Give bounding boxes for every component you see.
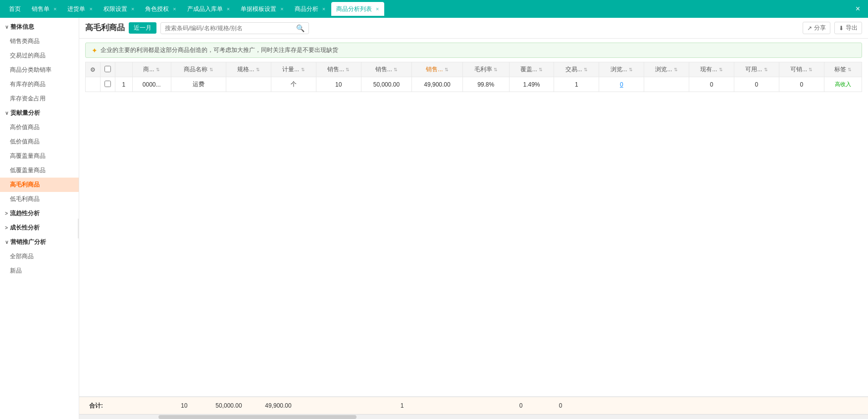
search-input[interactable] <box>165 25 296 32</box>
close-roles-tab[interactable]: × <box>173 6 176 12</box>
col-name[interactable]: 商品名称 ⇅ <box>171 62 226 77</box>
bottom-scrollbar[interactable] <box>79 414 868 419</box>
nav-tab-roles[interactable]: 角色授权 × <box>140 2 181 16</box>
sort-icon-unit[interactable]: ⇅ <box>301 67 305 72</box>
sidebar-item-high-coverage[interactable]: 高覆盖量商品 <box>0 149 79 163</box>
nav-tab-sales[interactable]: 销售单 × <box>27 2 61 16</box>
sort-icon-trade[interactable]: ⇅ <box>584 67 588 72</box>
sidebar-item-high-margin[interactable]: 高毛利商品 <box>0 178 79 192</box>
nav-tab-permissions[interactable]: 权限设置 × <box>99 2 139 16</box>
col-sales-cost[interactable]: 销售... ⇅ <box>412 62 463 77</box>
col-trade[interactable]: 交易... ⇅ <box>554 62 599 77</box>
sort-icon-browse2[interactable]: ⇅ <box>674 67 678 72</box>
col-unit[interactable]: 计量... ⇅ <box>271 62 316 77</box>
sidebar-item-low-coverage[interactable]: 低覆盖量商品 <box>0 163 79 178</box>
sidebar-item-all-goods[interactable]: 全部商品 <box>0 249 79 264</box>
col-sellable[interactable]: 可销... ⇅ <box>779 62 824 77</box>
col-sales-amount[interactable]: 销售... ⇅ <box>361 62 412 77</box>
nav-tab-analysis-list[interactable]: 商品分析列表 × <box>331 2 384 16</box>
content-header: 高毛利商品 近一月 🔍 ↗ 分享 ⬇ 导出 <box>79 18 868 39</box>
browse1-link[interactable]: 0 <box>620 81 623 88</box>
sort-icon-coverage[interactable]: ⇅ <box>539 67 543 72</box>
sort-icon-spec[interactable]: ⇅ <box>256 67 260 72</box>
sort-icon-current-stock[interactable]: ⇅ <box>719 67 723 72</box>
sort-icon-sellable[interactable]: ⇅ <box>809 67 813 72</box>
close-inbound-tab[interactable]: × <box>227 6 230 12</box>
col-tag[interactable]: 标签 ⇅ <box>824 62 862 77</box>
col-browse2[interactable]: 浏览... ⇅ <box>644 62 689 77</box>
sidebar-item-new-goods[interactable]: 新品 <box>0 264 79 278</box>
sidebar-group-trend[interactable]: > 流趋性分析 <box>0 206 79 221</box>
sidebar-item-category-rate[interactable]: 商品分类助销率 <box>0 63 79 77</box>
arrow-icon-3: > <box>5 211 8 216</box>
sort-icon-browse1[interactable]: ⇅ <box>629 67 633 72</box>
close-analysis-tab[interactable]: × <box>322 6 325 12</box>
sort-icon-gross-rate[interactable]: ⇅ <box>494 67 498 72</box>
close-permissions-tab[interactable]: × <box>131 6 134 12</box>
sidebar-item-sales-goods[interactable]: 销售类商品 <box>0 34 79 48</box>
close-window-button[interactable]: × <box>852 4 864 13</box>
nav-tab-home[interactable]: 首页 <box>4 2 26 16</box>
nav-tab-analysis[interactable]: 商品分析 × <box>290 2 330 16</box>
row-checkbox[interactable] <box>104 81 111 87</box>
close-template-tab[interactable]: × <box>280 6 283 12</box>
sidebar-item-low-margin[interactable]: 低毛利商品 <box>0 192 79 206</box>
col-gross-rate[interactable]: 毛利率 ⇅ <box>462 62 509 77</box>
col-coverage[interactable]: 覆盖... ⇅ <box>509 62 554 77</box>
nav-tab-purchase[interactable]: 进货单 × <box>62 2 97 16</box>
sidebar-item-traded-goods[interactable]: 交易过的商品 <box>0 48 79 63</box>
col-browse1[interactable]: 浏览... ⇅ <box>599 62 644 77</box>
share-button[interactable]: ↗ 分享 <box>803 22 830 34</box>
close-purchase-tab[interactable]: × <box>89 6 92 12</box>
sidebar-group-contribution[interactable]: ∨ 贡献量分析 <box>0 106 79 120</box>
col-spec[interactable]: 规格... ⇅ <box>226 62 271 77</box>
nav-tab-template[interactable]: 单据模板设置 × <box>236 2 288 16</box>
settings-icon[interactable]: ⚙ <box>90 66 96 73</box>
sidebar: « ∨ 整体信息 销售类商品 交易过的商品 商品分类助销率 有库存的商品 库存资… <box>0 18 79 419</box>
filter-month-button[interactable]: 近一月 <box>129 22 156 34</box>
share-icon: ↗ <box>807 25 812 32</box>
table-header-row: ⚙ 商... ⇅ 商品名称 ⇅ <box>86 62 862 77</box>
sidebar-group-marketing[interactable]: ∨ 营销推广分析 <box>0 235 79 249</box>
close-sales-tab[interactable]: × <box>53 6 56 12</box>
info-banner: ✦ 企业的主要的利润都是这部分商品创造的，可考虑加大推广，同时关注库存是不要出现… <box>85 43 862 58</box>
cell-browse1[interactable]: 0 <box>599 77 644 92</box>
footer-label: 合计: <box>85 402 164 410</box>
sort-icon-available[interactable]: ⇅ <box>764 67 768 72</box>
footer-totals-row: 合计: 10 50,000.00 49,900.00 1 0 0 <box>79 396 868 414</box>
scrollbar-thumb[interactable] <box>158 415 357 419</box>
sort-icon-code[interactable]: ⇅ <box>156 67 160 72</box>
sidebar-item-stocked-goods[interactable]: 有库存的商品 <box>0 77 79 92</box>
top-nav: 首页 销售单 × 进货单 × 权限设置 × 角色授权 × 产成品入库单 × 单据… <box>0 0 868 18</box>
cell-check[interactable] <box>101 77 115 92</box>
sort-icon-name[interactable]: ⇅ <box>209 67 213 72</box>
col-sales-qty[interactable]: 销售... ⇅ <box>316 62 361 77</box>
col-code[interactable]: 商... ⇅ <box>132 62 171 77</box>
sidebar-item-stock-capital[interactable]: 库存资金占用 <box>0 92 79 106</box>
nav-tab-inbound[interactable]: 产成品入库单 × <box>182 2 235 16</box>
search-icon[interactable]: 🔍 <box>296 24 305 32</box>
select-all-checkbox[interactable] <box>104 66 111 72</box>
sort-icon-sales-cost[interactable]: ⇅ <box>445 67 449 72</box>
close-analysis-list-tab[interactable]: × <box>376 6 379 12</box>
sidebar-item-high-value[interactable]: 高价值商品 <box>0 120 79 135</box>
col-settings[interactable]: ⚙ <box>86 62 101 77</box>
sidebar-item-low-value[interactable]: 低价值商品 <box>0 135 79 149</box>
cell-sellable: 0 <box>779 77 824 92</box>
footer-trade: 1 <box>382 402 422 409</box>
footer-available: 0 <box>541 402 580 409</box>
sort-icon-tag[interactable]: ⇅ <box>848 67 852 72</box>
col-current-stock[interactable]: 现有... ⇅ <box>689 62 734 77</box>
sidebar-group-overall[interactable]: ∨ 整体信息 <box>0 20 79 34</box>
sidebar-group-growth[interactable]: > 成长性分析 <box>0 221 79 235</box>
sidebar-collapse-button[interactable]: « <box>78 219 79 238</box>
table-wrapper[interactable]: ⚙ 商... ⇅ 商品名称 ⇅ <box>79 62 868 396</box>
export-button[interactable]: ⬇ 导出 <box>834 22 862 34</box>
col-available[interactable]: 可用... ⇅ <box>734 62 779 77</box>
cell-tag: 高收入 <box>824 77 862 92</box>
sort-icon-sales-qty[interactable]: ⇅ <box>346 67 350 72</box>
col-check[interactable] <box>101 62 115 77</box>
sort-icon-sales-amount[interactable]: ⇅ <box>394 67 398 72</box>
cell-spec <box>226 77 271 92</box>
cell-sales-amount: 50,000.00 <box>361 77 412 92</box>
